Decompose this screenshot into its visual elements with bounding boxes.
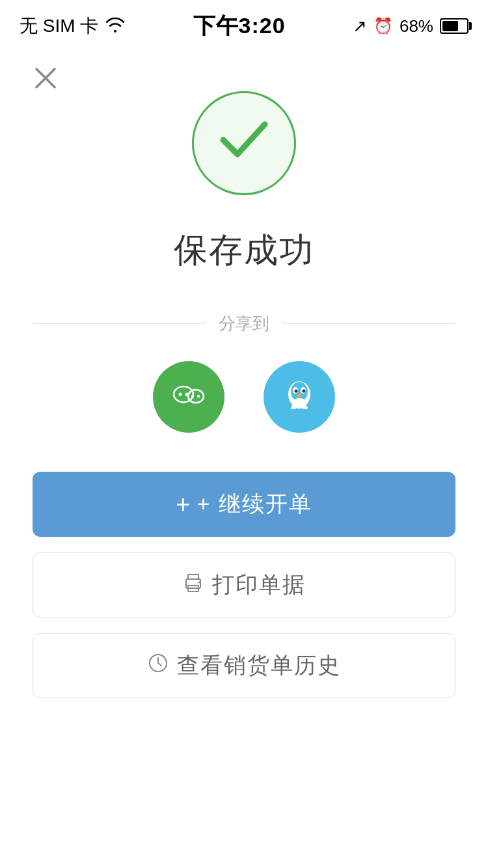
svg-point-5	[185, 393, 189, 396]
plus-icon: +	[176, 491, 191, 519]
svg-point-20	[198, 582, 200, 584]
wifi-icon	[105, 16, 126, 37]
success-indicator	[192, 91, 296, 195]
svg-point-14	[297, 394, 302, 398]
battery-icon	[440, 18, 468, 34]
left-divider	[33, 323, 206, 324]
continue-label: + 继续开单	[197, 489, 312, 519]
svg-point-13	[303, 390, 306, 393]
share-label: 分享到	[206, 312, 282, 335]
checkmark-icon	[218, 116, 270, 170]
time-display: 下午3:20	[193, 11, 286, 41]
success-title: 保存成功	[174, 228, 314, 273]
status-left: 无 SIM 卡	[20, 14, 126, 38]
carrier-text: 无 SIM 卡	[20, 14, 98, 38]
printer-icon	[182, 571, 204, 599]
wechat-share-button[interactable]	[153, 361, 224, 433]
main-content: 保存成功 分享到	[0, 52, 488, 698]
share-section: 分享到	[0, 312, 488, 433]
svg-point-6	[191, 395, 194, 398]
continue-button[interactable]: + + 继续开单	[33, 472, 455, 537]
location-icon: ↗	[353, 16, 367, 36]
close-button[interactable]	[26, 59, 65, 98]
qq-share-button[interactable]	[264, 361, 335, 433]
status-right: ↗ ⏰ 68%	[353, 16, 468, 36]
action-buttons: + + 继续开单 打印单据 查看销货单历	[0, 472, 488, 698]
history-button[interactable]: 查看销货单历史	[33, 633, 455, 698]
print-button[interactable]: 打印单据	[33, 552, 455, 617]
svg-point-3	[188, 390, 204, 403]
status-bar: 无 SIM 卡 下午3:20 ↗ ⏰ 68%	[0, 0, 488, 52]
print-label: 打印单据	[212, 570, 306, 600]
battery-percentage: 68%	[400, 16, 433, 36]
clock-icon	[147, 652, 169, 679]
svg-point-17	[291, 398, 307, 409]
alarm-icon: ⏰	[373, 17, 393, 35]
history-label: 查看销货单历史	[177, 651, 341, 681]
divider-row: 分享到	[0, 312, 488, 335]
share-icons-row	[153, 361, 335, 433]
svg-point-7	[197, 395, 200, 398]
svg-point-12	[295, 390, 298, 393]
svg-point-4	[179, 393, 182, 396]
right-divider	[282, 323, 455, 324]
